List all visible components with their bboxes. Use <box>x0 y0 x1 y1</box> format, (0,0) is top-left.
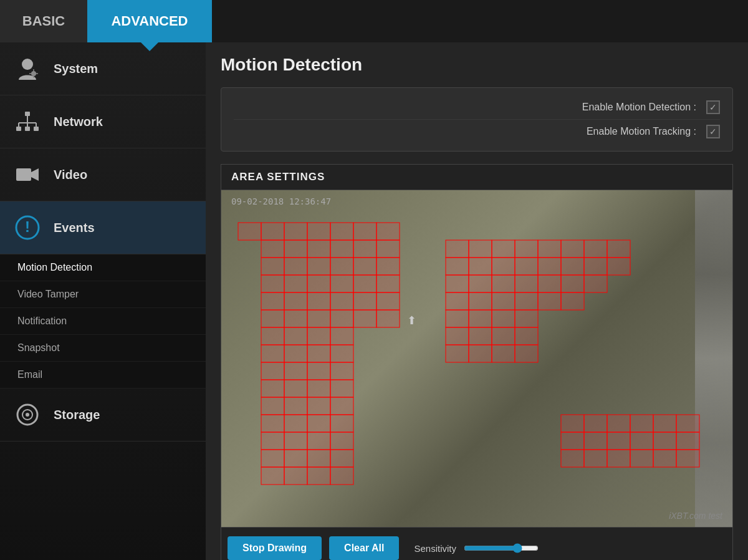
bottom-controls: Stop Drawing Clear All Sensitivity <box>221 527 732 560</box>
svg-rect-140 <box>607 432 630 450</box>
svg-rect-59 <box>261 345 284 362</box>
sensitivity-slider[interactable] <box>464 543 539 553</box>
svg-rect-25 <box>261 240 284 258</box>
svg-rect-28 <box>330 240 353 258</box>
svg-rect-22 <box>330 223 353 240</box>
svg-rect-70 <box>330 380 353 397</box>
svg-rect-105 <box>584 258 607 275</box>
svg-rect-42 <box>376 275 400 292</box>
svg-rect-94 <box>515 240 538 258</box>
svg-rect-46 <box>330 292 353 310</box>
system-icon <box>12 54 42 84</box>
svg-point-0 <box>22 59 33 70</box>
sidebar-item-storage[interactable]: Storage <box>0 389 206 442</box>
svg-rect-35 <box>353 258 376 275</box>
svg-rect-53 <box>353 310 376 327</box>
sub-item-video-tamper[interactable]: Video Tamper <box>0 281 206 308</box>
sidebar: System Network <box>0 42 206 560</box>
clear-all-button[interactable]: Clear All <box>329 536 399 560</box>
svg-rect-43 <box>261 292 284 310</box>
svg-rect-88 <box>284 467 307 485</box>
tab-basic[interactable]: BASIC <box>0 0 87 42</box>
sub-item-email[interactable]: Email <box>0 362 206 389</box>
sidebar-item-events[interactable]: ! Events <box>0 201 206 254</box>
svg-rect-134 <box>607 415 630 432</box>
sidebar-storage-label: Storage <box>54 408 100 422</box>
svg-rect-139 <box>584 432 607 450</box>
main-layout: System Network <box>0 42 748 560</box>
svg-rect-48 <box>376 292 400 310</box>
camera-view[interactable]: 09-02-2018 12:36:47 iXBT.com test <box>221 190 732 527</box>
svg-rect-147 <box>630 450 653 467</box>
svg-rect-81 <box>307 432 330 450</box>
svg-rect-49 <box>261 310 284 327</box>
svg-rect-37 <box>261 275 284 292</box>
svg-rect-60 <box>284 345 307 362</box>
motion-tracking-checkbox[interactable]: ✓ <box>706 125 720 138</box>
stop-drawing-button[interactable]: Stop Drawing <box>228 536 322 560</box>
sub-item-motion-detection[interactable]: Motion Detection <box>0 254 206 281</box>
svg-rect-39 <box>307 275 330 292</box>
svg-rect-78 <box>330 415 353 432</box>
svg-rect-145 <box>584 450 607 467</box>
svg-rect-141 <box>630 432 653 450</box>
svg-marker-12 <box>31 168 39 181</box>
svg-rect-96 <box>561 240 584 258</box>
svg-rect-136 <box>653 415 676 432</box>
motion-detection-checkbox[interactable]: ✓ <box>706 100 720 114</box>
svg-rect-85 <box>307 450 330 467</box>
svg-rect-110 <box>515 275 538 292</box>
area-settings-header: AREA SETTINGS <box>221 165 732 190</box>
svg-rect-41 <box>353 275 376 292</box>
svg-rect-68 <box>284 380 307 397</box>
svg-rect-108 <box>469 275 492 292</box>
sidebar-item-video[interactable]: Video <box>0 148 206 201</box>
sub-item-snapshot[interactable]: Snapshot <box>0 335 206 362</box>
svg-rect-101 <box>492 258 515 275</box>
svg-rect-2 <box>25 112 30 116</box>
svg-rect-82 <box>330 432 353 450</box>
svg-rect-138 <box>561 432 584 450</box>
svg-rect-44 <box>284 292 307 310</box>
sidebar-item-system[interactable]: System <box>0 42 206 95</box>
svg-rect-63 <box>261 362 284 380</box>
svg-rect-87 <box>261 467 284 485</box>
svg-rect-26 <box>284 240 307 258</box>
svg-rect-121 <box>469 310 492 327</box>
svg-rect-56 <box>284 327 307 345</box>
sidebar-events-label: Events <box>54 221 95 235</box>
svg-rect-86 <box>330 450 353 467</box>
svg-point-1 <box>31 71 36 76</box>
svg-rect-20 <box>284 223 307 240</box>
content-area: Motion Detection Enable Motion Detection… <box>206 42 748 560</box>
svg-rect-79 <box>261 432 284 450</box>
svg-rect-95 <box>538 240 561 258</box>
sub-item-notification[interactable]: Notification <box>0 308 206 335</box>
top-tabs: BASIC ADVANCED <box>0 0 748 42</box>
svg-rect-4 <box>25 127 30 131</box>
svg-rect-31 <box>261 258 284 275</box>
svg-rect-24 <box>376 223 400 240</box>
svg-rect-133 <box>584 415 607 432</box>
svg-rect-29 <box>353 240 376 258</box>
svg-rect-77 <box>307 415 330 432</box>
svg-rect-132 <box>561 415 584 432</box>
sidebar-item-network[interactable]: Network <box>0 95 206 148</box>
svg-rect-113 <box>584 275 607 292</box>
tab-advanced[interactable]: ADVANCED <box>87 0 212 42</box>
svg-rect-148 <box>653 450 676 467</box>
svg-rect-126 <box>492 327 515 345</box>
svg-rect-99 <box>446 258 469 275</box>
svg-rect-67 <box>261 380 284 397</box>
svg-rect-50 <box>284 310 307 327</box>
svg-rect-144 <box>561 450 584 467</box>
svg-rect-33 <box>307 258 330 275</box>
svg-rect-119 <box>561 292 584 310</box>
svg-text:!: ! <box>25 218 30 235</box>
svg-rect-111 <box>538 275 561 292</box>
svg-rect-76 <box>284 415 307 432</box>
svg-rect-102 <box>515 258 538 275</box>
settings-box: Enable Motion Detection : ✓ Enable Motio… <box>221 87 733 152</box>
svg-rect-130 <box>492 345 515 362</box>
svg-rect-55 <box>261 327 284 345</box>
